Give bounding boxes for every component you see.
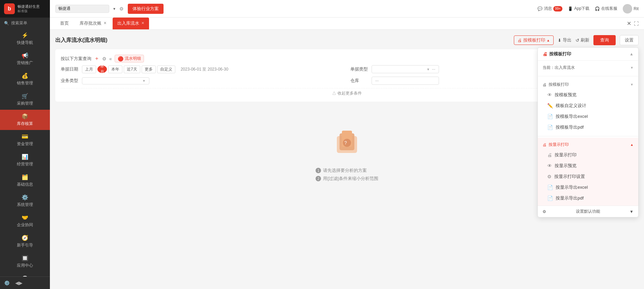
display-print-action-item[interactable]: 🖨 按显示打印 xyxy=(538,150,638,160)
online-service-label: 在线客服 xyxy=(601,6,617,11)
dropdown-footer[interactable]: ⚙ 设置默认功能 ▼ xyxy=(538,206,638,217)
divider-1 xyxy=(538,76,638,76)
sidebar-collapse-icon[interactable]: ◀▶ xyxy=(15,280,23,286)
sidebar-item-finance[interactable]: 💳 资金管理 xyxy=(0,130,50,150)
empty-tip-2: 2 用[过滤]条件来缩小分析范围 xyxy=(316,175,378,183)
date-btn-this-year[interactable]: 本年 xyxy=(108,65,122,73)
filter-biztype-select[interactable]: ▼ xyxy=(82,77,149,84)
main-content: ▾ ⚙ 体验行业方案 💬 消息 99+ 📱 App下载 🎧 在线客服 Rit xyxy=(50,0,644,289)
tabs-bar: 首页 库存批次账 ✕ 出入库流水 ✕ ✕ ⛶ xyxy=(50,18,644,30)
sidebar-item-guide[interactable]: 🧭 新手引导 xyxy=(0,231,50,252)
tab-flow[interactable]: 出入库流水 ✕ xyxy=(113,18,149,29)
sidebar-item-wecom[interactable]: 💬 企业微信 xyxy=(0,272,50,277)
logo-icon: b xyxy=(4,3,15,14)
inventory-icon: 📦 xyxy=(22,113,28,120)
display-settings-item[interactable]: ⚙ 按显示打印设置 xyxy=(538,171,638,182)
filter-warehouse-select[interactable]: ··· xyxy=(372,77,439,85)
date-btn-this-month[interactable]: 本月 xyxy=(97,65,107,73)
tabs-close-all-btn[interactable]: ✕ xyxy=(627,20,631,27)
sidebar-item-enterprise[interactable]: 🤝 企业协同 xyxy=(0,211,50,231)
display-print-header[interactable]: 🖨 按显示打印 ▲ xyxy=(538,140,638,150)
marketing-icon: 📢 xyxy=(22,52,28,59)
sidebar-item-inventory[interactable]: 📦 库存核算 xyxy=(0,110,50,130)
user-avatar-btn[interactable]: Rit xyxy=(623,4,639,14)
display-excel-item[interactable]: 📄 按显示导出excel xyxy=(538,182,638,193)
display-print-icon: 🖨 xyxy=(543,142,547,147)
template-print-header[interactable]: 🖨 按模板打印 ▼ xyxy=(538,80,638,89)
svg-text:?: ? xyxy=(344,140,347,146)
sidebar-item-basics[interactable]: 🗂️ 基础信息 xyxy=(0,170,50,191)
date-buttons: 上月 本月 本年 近7天 更多 自定义 xyxy=(82,65,175,73)
display-print-action-icon: 🖨 xyxy=(547,152,552,158)
print-dropdown: 🖨 按模板打印 ▲ 当前：出入库流水 ▼ 🖨 按模板打印 xyxy=(537,47,639,217)
dropdown-collapse-btn[interactable]: ▲ xyxy=(630,52,634,56)
sidebar-item-apps[interactable]: 🔲 应用中心 xyxy=(0,252,50,272)
filter-collapse-btn[interactable]: « xyxy=(109,56,112,61)
logo: b 畅捷通好生意 标准版 xyxy=(0,0,50,18)
topbar: ▾ ⚙ 体验行业方案 💬 消息 99+ 📱 App下载 🎧 在线客服 Rit xyxy=(50,0,644,18)
topbar-search-input[interactable] xyxy=(55,5,109,13)
empty-tips: 1 请先选择要分析的方案 2 用[过滤]条件来缩小分析范围 xyxy=(316,166,378,183)
sidebar-item-system[interactable]: ⚙️ 系统管理 xyxy=(0,191,50,211)
warehouse-more-icon[interactable]: ··· xyxy=(375,78,379,83)
divider-2 xyxy=(538,136,638,136)
date-btn-last-month[interactable]: 上月 xyxy=(82,65,96,73)
refresh-btn[interactable]: ↺ 刷新 xyxy=(576,37,589,43)
app-download-btn[interactable]: 📱 App下载 xyxy=(568,6,589,11)
print-chevron-up-icon: ▲ xyxy=(547,38,550,42)
print-template-btn[interactable]: 🖨 按模板打印 ▲ xyxy=(514,35,554,45)
logo-name: 畅捷通好生意 xyxy=(18,4,40,9)
tab-home[interactable]: 首页 xyxy=(55,18,74,29)
sidebar-item-marketing[interactable]: 📢 营销推广 xyxy=(0,49,50,69)
filter-add-btn[interactable]: ＋ xyxy=(94,55,99,62)
sidebar-item-operations[interactable]: 📊 经营管理 xyxy=(0,150,50,170)
tab-batch[interactable]: 库存批次账 ✕ xyxy=(75,18,111,29)
message-label: 消息 xyxy=(544,6,552,11)
template-preview-item[interactable]: 👁 按模板预览 xyxy=(538,89,638,100)
tabs-expand-btn[interactable]: ⛶ xyxy=(634,21,639,26)
search-menu[interactable]: 🔍 搜索菜单 xyxy=(0,18,50,29)
system-icon: ⚙️ xyxy=(22,194,28,201)
message-btn[interactable]: 💬 消息 99+ xyxy=(537,6,562,11)
query-button[interactable]: 查询 xyxy=(593,35,616,45)
template-excel-item[interactable]: 📄 按模板导出excel xyxy=(538,111,638,122)
template-pdf-icon: 📄 xyxy=(547,125,553,130)
basics-icon: 🗂️ xyxy=(22,174,28,180)
doctype-more[interactable]: ··· xyxy=(432,67,435,72)
date-btn-7days[interactable]: 近7天 xyxy=(124,65,140,73)
template-custom-item[interactable]: ✏️ 模板自定义设计 xyxy=(538,100,638,111)
date-btn-more[interactable]: 更多 xyxy=(142,65,156,73)
sidebar-item-shortcuts[interactable]: ⚡ 快捷导航 xyxy=(0,29,50,49)
user-name: Rit xyxy=(634,6,639,11)
sales-icon: 💰 xyxy=(22,73,28,79)
sidebar-settings-icon[interactable]: ⚙️ xyxy=(4,280,10,286)
message-icon: 💬 xyxy=(537,6,543,11)
sidebar-item-sales[interactable]: 💰 销售管理 xyxy=(0,69,50,89)
app-download-icon: 📱 xyxy=(568,6,573,11)
refresh-icon: ↺ xyxy=(576,38,579,43)
page-header: 出入库流水(流水明细) 🖨 按模板打印 ▲ ⬇ 导出 ↺ 刷新 查询 设置 xyxy=(55,35,639,45)
filter-settings-btn[interactable]: ⚙ xyxy=(102,56,107,61)
biztype-dropdown-icon: ▼ xyxy=(142,79,146,83)
template-pdf-item[interactable]: 📄 按模板导出pdf xyxy=(538,122,638,133)
topbar-gear-icon[interactable]: ⚙ xyxy=(119,6,124,11)
filter-doctype-select[interactable]: ▼ ··· xyxy=(372,65,439,73)
app-download-label: App下载 xyxy=(574,6,589,11)
purchase-icon: 🛒 xyxy=(22,93,28,99)
display-pdf-item[interactable]: 📄 按显示导出pdf xyxy=(538,193,638,204)
doctype-dropdown-icon: ▼ xyxy=(427,68,430,71)
trial-button[interactable]: 体验行业方案 xyxy=(128,4,164,14)
date-btn-custom[interactable]: 自定义 xyxy=(157,65,175,73)
export-btn[interactable]: ⬇ 导出 xyxy=(558,37,572,43)
display-preview-item[interactable]: 👁 按显示预览 xyxy=(538,160,638,171)
sidebar-item-purchase[interactable]: 🛒 采购管理 xyxy=(0,89,50,110)
display-excel-icon: 📄 xyxy=(547,185,553,190)
tab-flow-close[interactable]: ✕ xyxy=(141,21,144,25)
settings-button[interactable]: 设置 xyxy=(620,35,639,45)
template-preview-icon: 👁 xyxy=(547,92,552,98)
tab-batch-close[interactable]: ✕ xyxy=(104,21,107,25)
dropdown-current-header[interactable]: 当前：出入库流水 ▼ xyxy=(538,63,638,73)
online-service-btn[interactable]: 🎧 在线客服 xyxy=(595,6,617,11)
topbar-dropdown-icon[interactable]: ▾ xyxy=(113,6,115,11)
sidebar-nav: ⚡ 快捷导航 📢 营销推广 💰 销售管理 🛒 采购管理 📦 库存核算 💳 资金管… xyxy=(0,29,50,277)
